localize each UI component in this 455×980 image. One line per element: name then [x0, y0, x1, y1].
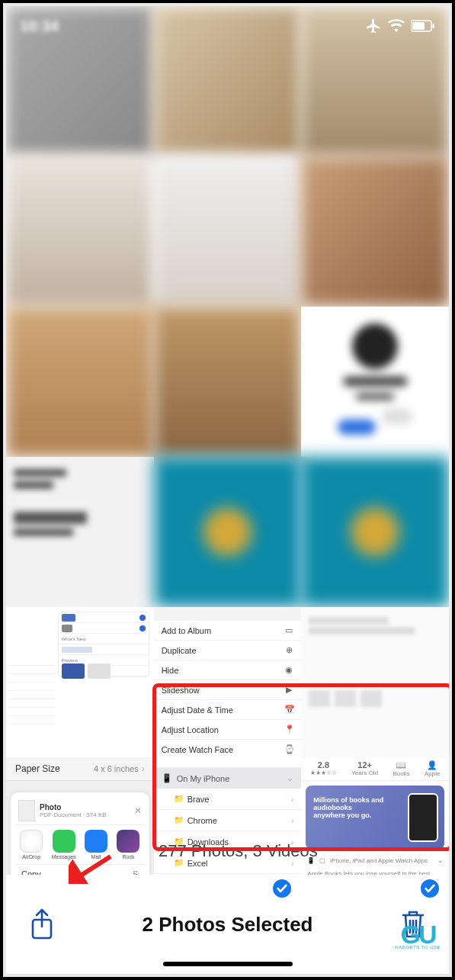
photo-thumbnail[interactable] — [6, 156, 154, 307]
airdrop-icon — [20, 830, 43, 853]
photo-thumbnail[interactable] — [154, 457, 302, 607]
action-slideshow: Slideshow — [162, 686, 280, 695]
photo-thumbnail[interactable] — [301, 457, 449, 607]
chevron-right-icon: › — [291, 795, 294, 804]
photo-thumbnail[interactable] — [301, 307, 449, 457]
mail-icon — [85, 830, 107, 853]
photo-thumbnail[interactable] — [154, 307, 302, 457]
location-icon: 📍 — [284, 725, 293, 734]
folder-chrome: Chrome — [187, 816, 287, 825]
watch-icon: ⌚ — [284, 744, 293, 754]
document-title: Photo — [40, 803, 107, 811]
album-icon: ▭ — [284, 625, 293, 635]
photo-thumbnail[interactable] — [301, 607, 449, 757]
screen: 10:34 — [6, 6, 449, 974]
files-location-label: On My iPhone — [177, 774, 230, 783]
photo-thumbnail[interactable] — [154, 156, 302, 307]
photo-thumbnail[interactable]: Add to Album▭ Duplicate⊕ Hide◉ Slideshow… — [154, 607, 302, 757]
status-bar: 10:34 — [6, 12, 449, 40]
annotation-arrow-icon — [69, 853, 114, 884]
folder-icon: 📁 — [174, 794, 183, 804]
chevron-right-icon: › — [291, 816, 294, 825]
photo-thumbnail[interactable]: What's New Preview — [6, 607, 154, 757]
svg-line-5 — [75, 856, 111, 879]
svg-rect-1 — [412, 22, 425, 30]
home-indicator[interactable] — [163, 962, 293, 966]
bottom-toolbar: 2 Photos Selected — [6, 875, 449, 974]
close-icon: ✕ — [134, 805, 142, 816]
battery-icon — [411, 20, 435, 32]
status-icons — [365, 18, 435, 34]
selection-checkmark-icon[interactable] — [418, 877, 441, 900]
status-time: 10:34 — [20, 18, 59, 35]
chevron-right-icon: › — [142, 763, 145, 774]
paper-size-label: Paper Size — [15, 763, 60, 774]
airplane-mode-icon — [365, 18, 382, 34]
phone-icon: 📱 — [162, 773, 172, 783]
action-adjust-location: Adjust Location — [162, 725, 280, 734]
promo-phone-icon — [408, 793, 438, 842]
rock-app-icon — [117, 830, 139, 853]
action-adjust-date: Adjust Date & Time — [162, 705, 280, 715]
photo-count-label: 277 Photos, 3 Videos — [159, 841, 449, 861]
document-thumbnail-icon — [18, 800, 35, 821]
share-icon — [28, 908, 56, 941]
action-watch-face: Create Watch Face — [162, 745, 280, 754]
wifi-icon — [388, 19, 405, 33]
watermark-logo: GU GADGETS TO USE — [393, 924, 443, 949]
action-add-to-album: Add to Album — [162, 626, 280, 635]
files-location-row: 📱 On My iPhone ⌄ — [154, 768, 302, 789]
phone-frame: 10:34 — [0, 0, 455, 980]
messages-icon — [53, 830, 75, 853]
calendar-icon: 📅 — [284, 705, 293, 715]
paper-size-row: Paper Size 4 x 6 inches › — [6, 757, 154, 781]
action-duplicate: Duplicate — [162, 646, 280, 655]
selection-title: 2 Photos Selected — [6, 913, 449, 937]
share-actions-list: Add to Album▭ Duplicate⊕ Hide◉ Slideshow… — [154, 607, 302, 757]
paper-size-value: 4 x 6 inches — [94, 764, 139, 773]
slideshow-icon: ▶ — [284, 685, 293, 695]
photo-thumbnail[interactable] — [6, 457, 154, 607]
appstore-stats: 2.8★★★☆☆ 12+Years Old 📖Books 👤Apple — [301, 757, 449, 781]
chevron-down-icon: ⌄ — [287, 773, 293, 783]
document-subtitle: PDF Document · 374 KB — [40, 811, 107, 818]
share-button[interactable] — [26, 906, 58, 943]
photo-thumbnail[interactable] — [301, 156, 449, 307]
photo-grid[interactable]: What's New Preview Add to Album▭ Duplica… — [6, 6, 449, 821]
photo-thumbnail[interactable] — [6, 307, 154, 457]
appstore-promo-card: Millions of books and audiobooks anywher… — [306, 786, 444, 850]
duplicate-icon: ⊕ — [284, 645, 293, 655]
folder-icon: 📁 — [174, 815, 183, 825]
action-hide: Hide — [162, 666, 280, 675]
hide-icon: ◉ — [284, 665, 293, 675]
folder-brave: Brave — [187, 795, 287, 804]
svg-rect-2 — [433, 24, 435, 28]
